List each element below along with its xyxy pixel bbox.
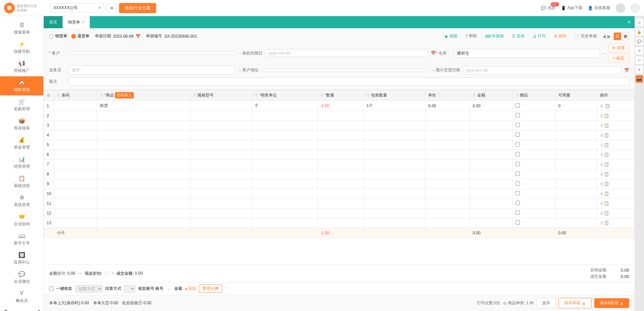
discard-btn[interactable]: 放弃 [536,298,556,308]
operate-btn[interactable]: ⚙ 操作 [551,32,569,40]
col-settings-icon[interactable]: ⚙ [47,93,50,98]
delete-icon[interactable]: 🗑 [600,201,604,206]
sidebar-item-purchase[interactable]: 🛒 采购管理 [0,95,43,115]
sidebar-item-sales[interactable]: 🏠 销售管理 [0,76,43,95]
tab-sales-order[interactable]: 销货单 × [63,16,90,28]
prev-arrow-icon[interactable]: ◀ [602,34,606,39]
one-click-payment-checkbox[interactable] [49,286,53,291]
return-order-radio[interactable]: 退货单 [71,33,89,39]
right-panel-btn-5[interactable]: ✏ [636,56,643,64]
gift-checkbox[interactable] [516,123,520,127]
message-btn[interactable]: 💬 消息 99+ [541,5,556,11]
video-btn[interactable]: ▶ 视频 [443,32,460,40]
cash-discount-info-icon[interactable]: ⓘ [105,271,109,276]
row-gift[interactable] [513,101,555,111]
sort-pkg-icon[interactable]: ⇅ [367,93,370,98]
delete-icon[interactable]: 🗑 [600,162,604,167]
copy-icon[interactable]: 📋 [604,172,609,177]
right-panel-btn-3[interactable]: 💬 [636,38,643,45]
copy-icon[interactable]: 📋 [604,162,609,167]
company-selector[interactable]: XXXXXX公司 ▼ [50,3,104,12]
header-settings-btn[interactable]: ⚙ [107,3,116,13]
th-settings[interactable]: ⚙ [44,90,54,101]
payment-add-btn[interactable]: ● 添加 [185,286,196,291]
copy-icon[interactable]: 📋 [604,182,609,186]
sidebar-item-basic-info[interactable]: 📋 基础信息 [0,172,43,191]
list-view-btn[interactable]: ☰ [614,33,621,40]
gift-checkbox[interactable] [516,181,520,186]
gift-checkbox[interactable] [516,220,520,225]
sidebar-item-marketing[interactable]: 📢 营销推广 [0,57,43,76]
sort-amount-icon[interactable]: ⇅ [472,93,476,98]
grid-view-btn[interactable]: ⊞ [622,33,629,40]
sidebar-item-app-center[interactable]: 🔲 应用中心 [0,249,43,268]
copy-icon[interactable]: 📋 [605,104,610,108]
sidebar-item-finance[interactable]: 💰 资金管理 [0,134,43,153]
trial-button[interactable]: 体验行业方案 [119,3,156,13]
scan-btn[interactable]: 扫码录入 [115,92,134,99]
copy-icon[interactable]: 📋 [604,113,609,118]
sidebar-item-wechat[interactable]: 💬 企业微信 [0,268,43,287]
sidebar-collapse-icon[interactable]: ◀ [36,309,39,311]
sort-gift-icon[interactable]: ⇅ [516,93,519,98]
sort-spec-icon[interactable]: ⇅ [193,93,196,98]
sidebar-item-operation[interactable]: 📊 经营管理 [0,153,43,172]
tab-home[interactable]: 首页 [44,16,63,28]
row-unit[interactable]: 个 [252,101,317,111]
app-download-btn[interactable]: 📱 App下载 [561,5,582,11]
row-amount[interactable]: 0.00 [470,101,513,111]
sort-unit-icon[interactable]: ⇅ [255,93,258,98]
copy-icon[interactable]: 📋 [604,211,609,216]
logistics-action-btn[interactable]: + 物流 [608,54,629,63]
sidebar-item-inventory[interactable]: 📦 库存核算 [0,115,43,134]
receive-date-calendar-icon[interactable]: 📅 [431,51,436,55]
payment-account-select[interactable] [124,285,136,293]
gift-checkbox[interactable] [516,191,520,195]
gift-checkbox[interactable] [516,142,520,147]
online-service-btn[interactable]: 👤 在线客服 [588,5,610,11]
avatar[interactable] [616,3,625,13]
row-spec[interactable] [190,101,252,111]
copy-icon[interactable]: 📋 [604,123,609,128]
gift-checkbox[interactable] [516,103,520,108]
row-pkg-qty[interactable]: 1个 [364,101,425,111]
copy-icon[interactable]: 📋 [604,143,609,147]
customer-input[interactable] [69,51,234,55]
payment-method-select[interactable]: 结算方式 [75,285,103,293]
fee-split-btn[interactable]: 费用分摊 [199,284,222,293]
copy-icon[interactable]: 📋 [604,191,609,196]
sidebar-item-beginner[interactable]: 📖 新手引导 [0,230,43,249]
delete-icon[interactable]: 🗑 [600,104,604,108]
help-btn[interactable]: ? 帮助 [463,32,480,40]
settings-action-btn[interactable]: ⊕ 设置 [608,43,629,52]
row-quantity[interactable]: -1.00 [317,101,364,111]
date-calendar-icon[interactable]: 📅 [136,34,141,39]
delete-icon[interactable]: 🗑 [600,182,604,186]
delete-icon[interactable]: 🗑 [600,211,604,216]
expected-date-calendar-icon[interactable]: 📅 [624,68,629,73]
delete-icon[interactable]: 🗑 [600,172,604,177]
delete-icon[interactable]: 🗑 [600,191,604,196]
copy-icon[interactable]: 📋 [604,221,609,225]
delete-icon[interactable]: 🗑 [600,113,604,118]
salesman-input[interactable]: 选择... [69,66,234,75]
window-close-icon[interactable]: × [628,19,635,25]
sort-barcode-icon[interactable]: ⇅ [57,93,60,98]
gift-checkbox[interactable] [516,162,520,166]
delete-icon[interactable]: 🗑 [600,123,604,128]
sales-order-radio[interactable]: 销货单 [49,33,67,39]
row-product[interactable]: 拆货 [97,101,190,111]
sidebar-item-quick-nav[interactable]: ⚡ 快捷导航 [0,38,43,57]
copy-icon[interactable]: 📋 [604,152,609,157]
sidebar-settings-icon[interactable]: ⚙ [4,309,8,311]
gift-checkbox[interactable] [516,132,520,137]
customer-address-input[interactable] [262,69,428,72]
copy-icon[interactable]: 📋 [604,133,609,138]
select-btn[interactable]: ☰ 选单 [509,32,527,40]
customer-dots[interactable]: ··· [238,50,242,56]
row-price[interactable]: 0.00 [425,101,470,111]
sort-product-icon[interactable]: ⇅ [100,93,103,98]
gift-checkbox[interactable] [516,210,520,215]
warehouse-dots[interactable]: ··· [603,50,607,56]
row-barcode[interactable] [54,101,97,111]
